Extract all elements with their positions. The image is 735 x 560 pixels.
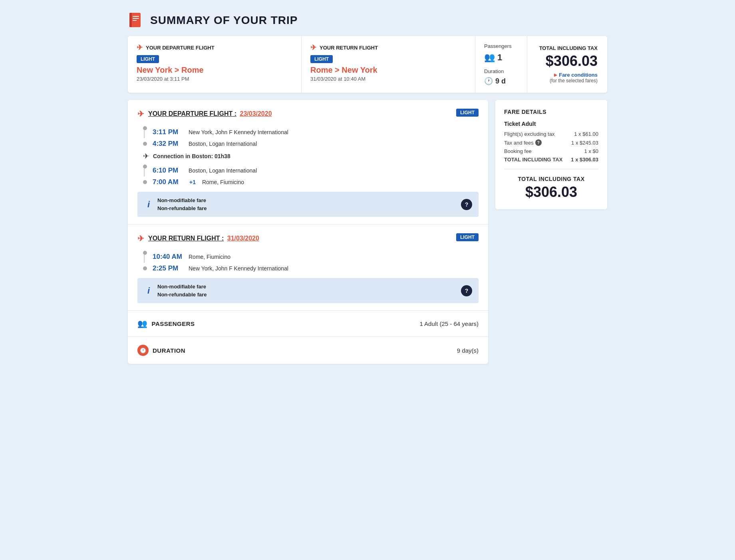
departure-label: YOUR DEPARTURE FLIGHT xyxy=(146,45,215,51)
stop-place: Boston, Logan International xyxy=(189,141,257,147)
clock-icon: 🕐 xyxy=(484,77,493,85)
info-icon: i xyxy=(144,199,153,210)
passengers-title: PASSENGERS xyxy=(152,320,195,327)
svg-rect-3 xyxy=(133,18,139,19)
stop-time: 3:11 PM xyxy=(153,128,185,136)
fare-total-section: TOTAL INCLUDING TAX $306.03 xyxy=(504,176,598,201)
duration-clock-icon: 🕐 xyxy=(137,345,149,356)
stop-dot xyxy=(143,180,147,184)
departure-route: New York > Rome xyxy=(137,66,292,75)
pax-people-icon: 👥 xyxy=(484,52,495,63)
table-row: 2:25 PM New York, John F Kennedy Interna… xyxy=(141,264,479,272)
return-badge: LIGHT xyxy=(310,55,333,63)
dep-fare-info-box: i Non-modifiable fare Non-refundable far… xyxy=(137,192,479,217)
total-amount: $306.03 xyxy=(546,53,598,70)
departure-plane-icon: ✈ xyxy=(137,43,143,52)
page-wrapper: SUMMARY OF YOUR TRIP ✈ YOUR DEPARTURE FL… xyxy=(128,8,607,364)
dep-section-plane-icon: ✈ xyxy=(137,109,144,119)
fare-info-text: Non-modifiable fare Non-refundable fare xyxy=(157,197,207,212)
fare-row-booking: Booking fee 1 x $0 xyxy=(504,148,598,154)
stop-dot xyxy=(143,266,147,270)
ret-info-icon: i xyxy=(144,285,153,297)
summary-return: ✈ YOUR RETURN FLIGHT LIGHT Rome > New Yo… xyxy=(302,36,475,93)
page-header: SUMMARY OF YOUR TRIP xyxy=(128,8,607,36)
dep-section-title: YOUR DEPARTURE FLIGHT : 23/03/2020 xyxy=(148,110,272,117)
stop-time: 4:32 PM xyxy=(153,140,185,148)
page-title: SUMMARY OF YOUR TRIP xyxy=(150,14,298,27)
connection-row: ✈ Connection in Boston: 01h38 xyxy=(143,152,479,161)
connection-text: Connection in Boston: 01h38 xyxy=(153,153,230,159)
fare-row-total-tax: TOTAL INCLUDING TAX 1 x $306.03 xyxy=(504,157,598,163)
svg-rect-4 xyxy=(133,20,137,21)
fare-total-amount: $306.03 xyxy=(504,184,598,201)
table-row: 7:00 AM +1 Rome, Fiumicino xyxy=(141,178,479,186)
summary-duration-block: Duration 🕐 9 d xyxy=(484,68,518,85)
svg-rect-2 xyxy=(133,16,139,17)
dep-fare-help-button[interactable]: ? xyxy=(461,199,472,210)
ret-date-link[interactable]: 31/03/2020 xyxy=(227,235,259,242)
passengers-section: 👥 PASSENGERS 1 Adult (25 - 64 years) xyxy=(128,311,488,337)
stop-dot xyxy=(143,165,147,169)
ret-section-badge: LIGHT xyxy=(456,233,479,241)
table-row: 3:11 PM New York, John F Kennedy Interna… xyxy=(141,126,479,138)
stop-time: 10:40 AM xyxy=(153,253,185,261)
flight-details-panel: ✈ YOUR DEPARTURE FLIGHT : 23/03/2020 LIG… xyxy=(128,100,488,364)
fare-details-title: FARE DETAILS xyxy=(504,109,598,115)
summary-departure: ✈ YOUR DEPARTURE FLIGHT LIGHT New York >… xyxy=(128,36,302,93)
table-row: 10:40 AM Rome, Fiumicino xyxy=(141,251,479,263)
summary-total: TOTAL INCLUDING TAX $306.03 ▶ Fare condi… xyxy=(527,36,607,93)
stop-time: 6:10 PM xyxy=(153,167,185,175)
departure-datetime: 23/03/2020 at 3:11 PM xyxy=(137,76,292,82)
stop-place: Boston, Logan International xyxy=(189,167,257,174)
stop-time: 7:00 AM xyxy=(153,178,185,186)
summary-pax-duration: Passengers 👥 1 Duration 🕐 9 d xyxy=(475,36,527,93)
ret-section-plane-icon: ✈ xyxy=(137,234,144,243)
duration-section: 🕐 DURATION 9 day(s) xyxy=(128,337,488,364)
passengers-icon: 👥 xyxy=(137,319,148,328)
connection-plane-icon: ✈ xyxy=(143,152,149,161)
total-label: TOTAL INCLUDING TAX xyxy=(539,45,598,51)
fare-details-panel: FARE DETAILS Ticket Adult Flight(s) excl… xyxy=(495,100,607,209)
ret-fare-info-text: Non-modifiable fare Non-refundable fare xyxy=(157,283,207,298)
dep-stops-group2: 6:10 PM Boston, Logan International 7:00… xyxy=(137,165,479,186)
stop-dot xyxy=(143,251,147,255)
stop-dot xyxy=(143,126,147,130)
fare-conditions-link[interactable]: ▶ Fare conditions xyxy=(554,72,598,78)
return-label: YOUR RETURN FLIGHT xyxy=(320,45,378,51)
dep-date-link[interactable]: 23/03/2020 xyxy=(240,110,272,117)
departure-flight-section: ✈ YOUR DEPARTURE FLIGHT : 23/03/2020 LIG… xyxy=(128,100,488,224)
duration-value: 9 d xyxy=(495,77,506,85)
dep-stops-group1: 3:11 PM New York, John F Kennedy Interna… xyxy=(137,126,479,148)
ret-stops: 10:40 AM Rome, Fiumicino 2:25 PM New Yor… xyxy=(137,251,479,272)
return-datetime: 31/03/2020 at 10:40 AM xyxy=(310,76,466,82)
trip-icon xyxy=(128,12,145,29)
plus-day: +1 xyxy=(189,179,196,185)
stop-dot xyxy=(143,142,147,146)
stop-place: Rome, Fiumicino xyxy=(202,179,244,185)
fare-details-subtitle: Ticket Adult xyxy=(504,121,598,127)
stop-place: New York, John F Kennedy International xyxy=(189,265,288,272)
fare-total-label: TOTAL INCLUDING TAX xyxy=(504,176,598,182)
main-content: ✈ YOUR DEPARTURE FLIGHT : 23/03/2020 LIG… xyxy=(128,100,607,364)
return-plane-icon: ✈ xyxy=(310,43,316,52)
ret-fare-help-button[interactable]: ? xyxy=(461,285,472,296)
passengers-value: 1 Adult (25 - 64 years) xyxy=(419,320,479,327)
pax-label: Passengers xyxy=(484,43,518,49)
pax-count: 1 xyxy=(497,52,502,63)
duration-label: Duration xyxy=(484,68,518,74)
fare-row-excluding-tax: Flight(s) excluding tax 1 x $61.00 xyxy=(504,131,598,137)
stop-place: New York, John F Kennedy International xyxy=(189,129,288,135)
table-row: 6:10 PM Boston, Logan International xyxy=(141,165,479,177)
duration-title: DURATION xyxy=(153,347,185,354)
tax-help-button[interactable]: ? xyxy=(535,139,542,146)
stop-place: Rome, Fiumicino xyxy=(189,254,230,260)
fare-divider xyxy=(504,169,598,169)
duration-value: 9 day(s) xyxy=(457,347,479,354)
svg-rect-1 xyxy=(129,13,132,27)
stop-time: 2:25 PM xyxy=(153,264,185,272)
ret-fare-info-box: i Non-modifiable fare Non-refundable far… xyxy=(137,278,479,303)
departure-badge: LIGHT xyxy=(137,55,159,63)
summary-bar: ✈ YOUR DEPARTURE FLIGHT LIGHT New York >… xyxy=(128,36,607,93)
dep-section-badge: LIGHT xyxy=(456,109,479,117)
fare-row-tax: Tax and fees ? 1 x $245.03 xyxy=(504,139,598,146)
